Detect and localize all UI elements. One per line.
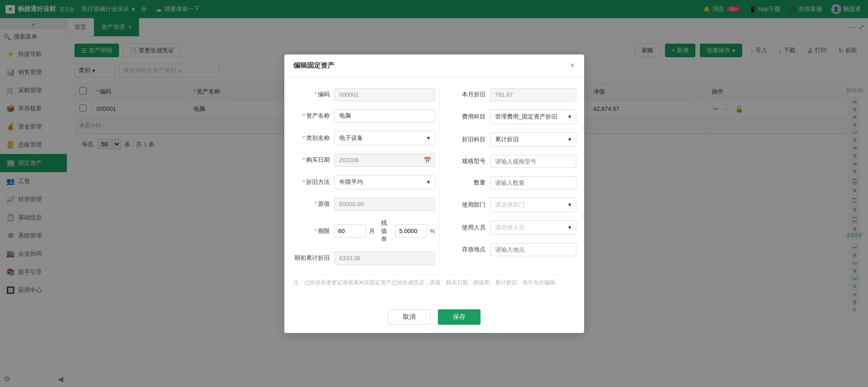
form-row-monthly-dep: 本月折旧 — [449, 88, 576, 101]
calendar-icon[interactable]: 📅 — [420, 157, 435, 164]
dept-select[interactable]: 请选择部门 ▾ — [490, 198, 576, 212]
monthly-dep-input[interactable] — [490, 88, 576, 101]
period-group: 月 残值率 % — [334, 219, 435, 243]
form-row-category: *类别名称 电子设备 ▾ — [293, 131, 435, 145]
modal-body: *编码 *资产名称 *类别名称 — [284, 77, 584, 305]
form-row-name: *资产名称 — [293, 109, 435, 123]
modal-overlay: 编辑固定资产 × *编码 *资产名称 — [0, 0, 868, 387]
residual-pct: % — [430, 228, 435, 234]
form-row-user: 使用人员 请选择人员 ▾ — [449, 220, 576, 235]
dept-dropdown-icon: ▾ — [568, 201, 571, 208]
form-row-expense-subject: 费用科目 管理费用_固定资产折旧 ▾ — [449, 109, 576, 124]
dep-subject-label: 折旧科目 — [449, 135, 490, 144]
form-row-period: *期限 月 残值率 % — [293, 219, 435, 243]
category-select[interactable]: 电子设备 ▾ — [334, 131, 435, 145]
original-value-input[interactable] — [334, 198, 435, 211]
storage-label: 存放地点 — [449, 245, 490, 253]
dep-method-label: *折旧方法 — [293, 178, 334, 186]
period-unit: 月 — [369, 227, 375, 235]
residual-rate-label: 残值率 — [381, 219, 392, 243]
dep-subject-select[interactable]: 累计折旧 ▾ — [490, 132, 576, 147]
form-row-dep-subject: 折旧科目 累计折旧 ▾ — [449, 132, 576, 147]
dept-label: 使用部门 — [449, 201, 490, 209]
modal-title: 编辑固定资产 — [293, 61, 334, 70]
user-label: 使用人员 — [449, 223, 490, 232]
purchase-date-label: *购买日期 — [293, 156, 334, 164]
code-input[interactable] — [334, 88, 435, 101]
modal-footer: 取消 保存 — [284, 305, 584, 333]
dep-subject-dropdown-icon: ▾ — [568, 136, 571, 143]
expense-subject-select[interactable]: 管理费用_固定资产折旧 ▾ — [490, 109, 576, 124]
modal-left-col: *编码 *资产名称 *类别名称 — [293, 88, 435, 273]
form-row-spec-model: 规格型号 — [449, 155, 576, 168]
form-row-initial-dep: 期初累计折旧 — [293, 252, 435, 265]
name-label: *资产名称 — [293, 112, 334, 120]
purchase-date-input[interactable] — [335, 154, 420, 166]
code-label: *编码 — [293, 90, 334, 99]
initial-dep-label: 期初累计折旧 — [293, 254, 334, 262]
user-select[interactable]: 请选择人员 ▾ — [490, 220, 576, 235]
original-value-label: *原值 — [293, 200, 334, 208]
quantity-label: 数量 — [449, 179, 490, 187]
modal-note: 注：已经存在变更记录或者对应固定资产已经生成凭证，原值、购买日期、残值率、累计折… — [293, 275, 575, 292]
user-dropdown-icon: ▾ — [568, 224, 571, 231]
form-row-dep-method: *折旧方法 年限平均 ▾ — [293, 175, 435, 189]
modal-header: 编辑固定资产 × — [284, 55, 584, 77]
storage-input[interactable] — [490, 243, 576, 256]
cancel-button[interactable]: 取消 — [388, 309, 431, 325]
dep-method-select[interactable]: 年限平均 ▾ — [334, 175, 435, 189]
expense-subject-label: 费用科目 — [449, 113, 490, 121]
form-row-storage: 存放地点 — [449, 243, 576, 256]
category-label: *类别名称 — [293, 134, 334, 142]
form-row-original-value: *原值 — [293, 198, 435, 211]
modal-form: *编码 *资产名称 *类别名称 — [293, 88, 575, 273]
initial-dep-input[interactable] — [334, 252, 435, 265]
dep-method-dropdown-icon: ▾ — [427, 179, 430, 185]
modal-close-btn[interactable]: × — [570, 61, 575, 70]
edit-asset-modal: 编辑固定资产 × *编码 *资产名称 — [284, 55, 584, 333]
expense-dropdown-icon: ▾ — [568, 113, 571, 120]
category-dropdown-icon: ▾ — [427, 134, 430, 141]
form-row-code: *编码 — [293, 88, 435, 101]
form-row-quantity: 数量 — [449, 176, 576, 189]
spec-model-label: 规格型号 — [449, 157, 490, 165]
monthly-dep-label: 本月折旧 — [449, 90, 490, 99]
period-input[interactable] — [334, 224, 366, 238]
modal-right-col: 本月折旧 费用科目 管理费用_固定资产折旧 ▾ — [440, 88, 576, 273]
spec-model-input[interactable] — [490, 155, 576, 168]
quantity-input[interactable] — [490, 176, 576, 189]
form-row-dept: 使用部门 请选择部门 ▾ — [449, 198, 576, 212]
save-button[interactable]: 保存 — [438, 309, 481, 325]
period-label: *期限 — [293, 227, 334, 235]
form-row-purchase-date: *购买日期 📅 — [293, 154, 435, 167]
residual-rate-input[interactable] — [395, 224, 427, 238]
asset-name-input[interactable] — [334, 109, 435, 123]
